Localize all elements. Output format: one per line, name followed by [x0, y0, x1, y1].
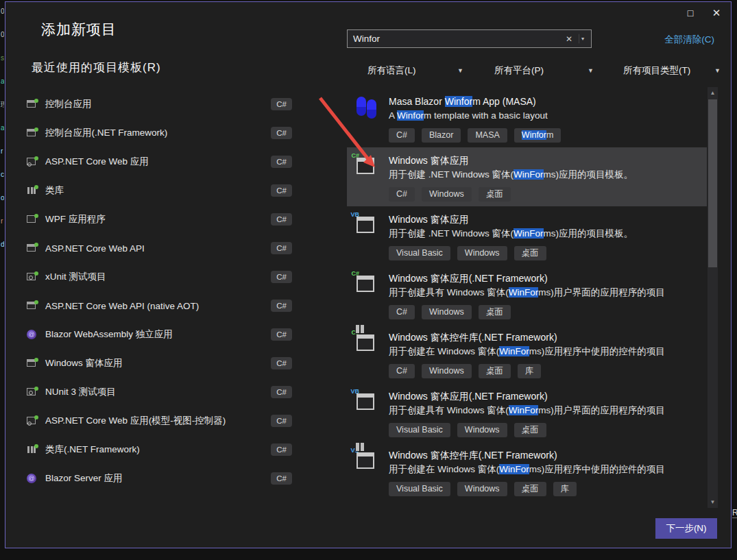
search-dropdown-icon[interactable]: ▼ [579, 34, 590, 44]
search-input[interactable] [348, 34, 561, 44]
sidebar-template-item[interactable]: ASP.NET Core Web API (native AOT)C# [26, 291, 292, 320]
result-tags: C#Windows桌面库 [389, 364, 665, 378]
console-icon [26, 127, 38, 138]
sidebar-template-item[interactable]: NUnit 3 测试项目C# [26, 378, 292, 406]
wpf-icon [26, 214, 38, 225]
class-library-icon [26, 185, 38, 196]
language-badge: C# [271, 184, 292, 197]
result-title-text-highlight: Winfor [445, 96, 472, 107]
result-desc-text: 用于创建在 Windows 窗体( [389, 464, 499, 474]
language-filter-label: 所有语言(L) [367, 64, 416, 77]
sidebar-template-item[interactable]: @Blazor Server 应用C# [26, 464, 292, 493]
tag-text: Visual Basic [396, 248, 443, 258]
search-clear-icon[interactable]: ✕ [561, 34, 577, 44]
result-title: Windows 窗体应用(.NET Framework) [389, 389, 665, 403]
sidebar-item-label: Windows 窗体应用 [45, 357, 123, 369]
background-code-char: 理 [0, 93, 4, 117]
result-description: 用于创建 .NET Windows 窗体(WinForms)应用的项目模板。 [389, 168, 633, 182]
result-description: 用于创建在 Windows 窗体(WinForms)应用程序中使用的控件的项目 [389, 463, 665, 476]
platform-filter-label: 所有平台(P) [494, 64, 544, 77]
winforms-big-icon: VB [357, 391, 380, 442]
maximize-button[interactable]: □ [683, 6, 698, 20]
web-api-icon [26, 300, 38, 311]
sidebar-template-item[interactable]: WPF 应用程序C# [26, 205, 292, 234]
chevron-down-icon: ▼ [714, 67, 721, 74]
language-filter-dropdown[interactable]: 所有语言(L) ▼ [367, 61, 463, 80]
sidebar-template-item[interactable]: ASP.NET Core Web APIC# [26, 234, 292, 263]
result-description: 用于创建具有 Windows 窗体(WinForms)用户界面的应用程序的项目 [389, 286, 665, 300]
result-description: 用于创建在 Windows 窗体(WinForms)应用程序中使用的控件的项目 [389, 345, 665, 358]
sidebar-item-label: Blazor WebAssembly 独立应用 [45, 328, 173, 341]
result-desc-text: 用于创建具有 Windows 窗体( [389, 405, 509, 415]
result-row[interactable]: VBWindows 窗体应用(.NET Framework)用于创建具有 Win… [347, 383, 707, 442]
tag-text: 桌面 [486, 189, 503, 199]
result-description: 用于创建具有 Windows 窗体(WinForms)用户界面的应用程序的项目 [389, 404, 665, 417]
result-desc-text: 用于创建具有 Windows 窗体( [389, 287, 509, 297]
scrollbar-up-arrow-icon[interactable]: ▲ [708, 88, 718, 98]
language-badge: C# [271, 415, 292, 427]
result-tags: C#Windows桌面 [389, 305, 665, 319]
sidebar-template-item[interactable]: 控制台应用C# [26, 90, 292, 119]
result-row[interactable]: C#Windows 窗体控件库(.NET Framework)用于创建在 Win… [347, 324, 707, 383]
tag-text: 库 [525, 366, 534, 376]
winforms-big-icon: C# [357, 273, 380, 324]
sidebar-template-item[interactable]: xUnit 测试项目C# [26, 263, 292, 291]
sidebar-item-label: xUnit 测试项目 [45, 271, 106, 283]
tag-pill: 桌面 [514, 482, 546, 496]
language-badge: C# [271, 386, 292, 398]
tag-text: Blazor [429, 130, 453, 140]
tag-text: Visual Basic [396, 425, 443, 435]
project-type-filter-label: 所有项目类型(T) [623, 64, 690, 77]
language-badge: C# [271, 127, 292, 139]
scrollbar-down-arrow-icon[interactable]: ▼ [708, 497, 718, 507]
sidebar-template-item[interactable]: 类库C# [26, 176, 292, 205]
recent-templates-list: 控制台应用C#控制台应用(.NET Framework)C#ASP.NET Co… [26, 90, 292, 493]
blazor-icon: @ [26, 473, 38, 484]
tag-pill: 桌面 [479, 364, 511, 378]
language-badge: C# [271, 242, 292, 254]
background-editor-strip: 00sa理arcord [0, 0, 4, 560]
tag-text: Windows [465, 425, 500, 435]
language-badge: C# [271, 472, 292, 485]
sidebar-template-item[interactable]: ASP.NET Core Web 应用C# [26, 147, 292, 176]
tag-pill: 桌面 [514, 246, 546, 260]
close-button[interactable]: ✕ [709, 6, 724, 20]
result-desc-text: ms)应用的项目模板。 [544, 228, 633, 239]
tag-text: Visual Basic [396, 484, 443, 494]
web-app-icon [26, 156, 38, 167]
result-row[interactable]: Masa Blazor Winform App (MASA)A Winform … [347, 88, 707, 147]
result-desc-text: ms)用户界面的应用程序的项目 [538, 287, 665, 297]
background-code-char: o [0, 186, 4, 210]
add-new-project-dialog: □ ✕ 添加新项目 最近使用的项目模板(R) 控制台应用C#控制台应用(.NET… [5, 1, 732, 548]
result-desc-text: A [389, 110, 397, 121]
result-desc-text-highlight: WinFor [499, 464, 529, 474]
sidebar-template-item[interactable]: 类库(.NET Framework)C# [26, 435, 292, 464]
results-scrollbar[interactable]: ▲ ▼ [708, 87, 718, 508]
sidebar-template-item[interactable]: 控制台应用(.NET Framework)C# [26, 119, 292, 147]
result-row[interactable]: C#Windows 窗体应用(.NET Framework)用于创建具有 Win… [347, 265, 707, 324]
result-desc-text: 用于创建 .NET Windows 窗体( [389, 228, 514, 239]
sidebar-item-label: 控制台应用(.NET Framework) [45, 127, 167, 139]
language-badge: C# [271, 357, 292, 369]
language-badge: C# [271, 328, 292, 341]
template-search-box: ✕ ▼ [347, 29, 592, 48]
platform-filter-dropdown[interactable]: 所有平台(P) ▼ [494, 61, 594, 80]
result-row[interactable]: VBWindows 窗体控件库(.NET Framework)用于创建在 Win… [347, 442, 707, 501]
result-desc-text: 用于创建 .NET Windows 窗体( [389, 169, 514, 180]
sidebar-template-item[interactable]: ASP.NET Core Web 应用(模型-视图-控制器)C# [26, 406, 292, 435]
tag-pill: 桌面 [479, 187, 511, 202]
sidebar-item-label: WPF 应用程序 [45, 213, 106, 226]
page-title: 添加新项目 [41, 20, 117, 39]
result-desc-text-highlight: WinFor [514, 228, 544, 239]
result-row-selected[interactable]: C#Windows 窗体应用用于创建 .NET Windows 窗体(WinFo… [347, 147, 707, 206]
sidebar-template-item[interactable]: @Blazor WebAssembly 独立应用C# [26, 320, 292, 349]
scrollbar-thumb[interactable] [708, 99, 717, 267]
sidebar-template-item[interactable]: Windows 窗体应用C# [26, 349, 292, 378]
result-row[interactable]: VBWindows 窗体应用用于创建 .NET Windows 窗体(WinFo… [347, 206, 707, 265]
background-code-char: r [0, 210, 4, 233]
clear-all-link[interactable]: 全部清除(C) [664, 34, 714, 46]
tag-text: m [546, 130, 553, 140]
project-type-filter-dropdown[interactable]: 所有项目类型(T) ▼ [623, 61, 721, 80]
result-title-text: Windows 窗体控件库(.NET Framework) [389, 332, 557, 343]
next-button[interactable]: 下一步(N) [655, 518, 717, 539]
